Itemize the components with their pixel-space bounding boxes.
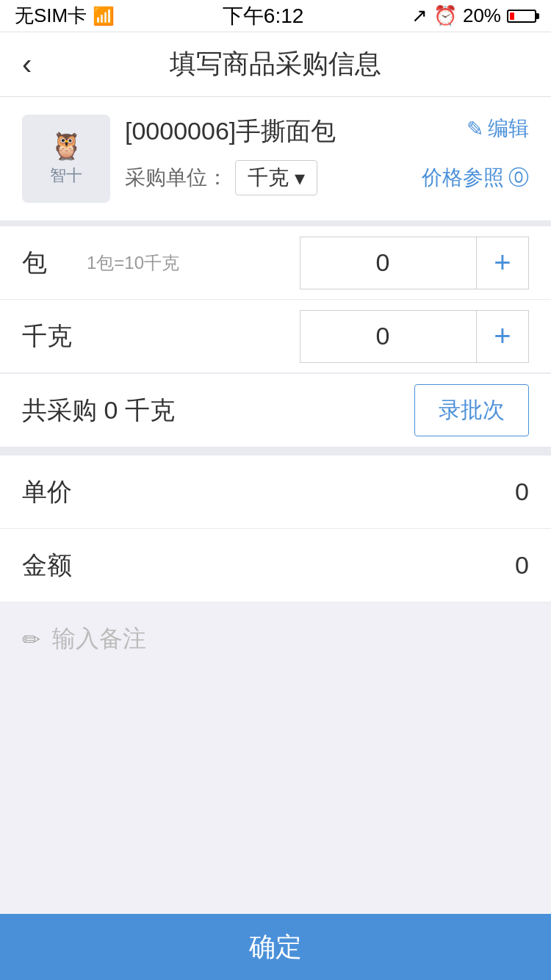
chevron-down-icon: ▾ (295, 166, 305, 190)
product-card: 🦉 智十 [0000006]手撕面包 ✎ 编辑 采购单位： 千克 ▾ 价格参照 (0, 97, 551, 226)
back-button[interactable]: ‹ (22, 48, 32, 81)
unit-value: 千克 (248, 164, 289, 192)
kg-input-group: + (300, 310, 529, 363)
status-right: ↗ ⏰ 20% (411, 4, 536, 27)
package-row: 包 1包=10千克 + (0, 226, 551, 300)
battery-fill (510, 12, 514, 20)
confirm-section: 确定 (0, 914, 551, 980)
product-logo-owl: 🦉 (50, 131, 83, 162)
unit-price-label: 单价 (22, 475, 72, 509)
kg-row: 千克 + (0, 300, 551, 373)
status-bar: 无SIM卡 📶 下午6:12 ↗ ⏰ 20% (0, 0, 551, 32)
product-logo: 🦉 智十 (22, 115, 110, 203)
package-sublabel: 1包=10千克 (87, 251, 179, 275)
location-icon: ↗ (411, 4, 428, 27)
product-unit-row: 采购单位： 千克 ▾ 价格参照 ⓪ (125, 160, 529, 195)
pencil-icon: ✏ (22, 627, 40, 652)
package-input-group: + (300, 237, 529, 289)
package-label: 包 (22, 246, 81, 280)
note-placeholder: 输入备注 (52, 623, 146, 655)
price-ref-label: 价格参照 (422, 164, 504, 192)
package-plus-button[interactable]: + (476, 237, 529, 289)
price-ref-button[interactable]: 价格参照 ⓪ (422, 164, 529, 192)
wifi-icon: 📶 (93, 6, 115, 26)
amount-value: 0 (515, 551, 529, 580)
form-section: 包 1包=10千克 + 千克 + 共采购 0 千克 录批次 (0, 226, 551, 447)
note-section[interactable]: ✏ 输入备注 (0, 602, 551, 676)
edit-label: 编辑 (488, 115, 529, 143)
help-icon: ⓪ (508, 164, 529, 192)
carrier-label: 无SIM卡 (15, 3, 87, 29)
kg-input[interactable] (300, 310, 476, 363)
price-section: 单价 0 金额 0 (0, 455, 551, 602)
product-title: 手撕面包 (236, 117, 336, 145)
product-id: [0000006] (125, 117, 236, 145)
battery-indicator (507, 10, 536, 23)
section-divider (0, 447, 551, 455)
status-left: 无SIM卡 📶 (15, 3, 115, 29)
page-title: 填写商品采购信息 (170, 46, 381, 82)
edit-icon: ✎ (467, 117, 483, 141)
unit-label: 采购单位： (125, 164, 228, 192)
battery-percent: 20% (463, 4, 501, 27)
edit-button[interactable]: ✎ 编辑 (467, 115, 529, 143)
amount-row: 金额 0 (0, 529, 551, 602)
product-info: [0000006]手撕面包 ✎ 编辑 采购单位： 千克 ▾ 价格参照 ⓪ (125, 115, 529, 195)
product-name: [0000006]手撕面包 (125, 115, 336, 148)
package-input[interactable] (300, 237, 476, 289)
product-header: [0000006]手撕面包 ✎ 编辑 (125, 115, 529, 148)
unit-price-row: 单价 0 (0, 455, 551, 529)
kg-plus-button[interactable]: + (476, 310, 529, 363)
unit-price-value: 0 (515, 478, 529, 506)
summary-row: 共采购 0 千克 录批次 (0, 373, 551, 447)
product-logo-text: 智十 (50, 165, 82, 187)
nav-bar: ‹ 填写商品采购信息 (0, 32, 551, 97)
batch-button[interactable]: 录批次 (414, 384, 529, 436)
summary-text: 共采购 0 千克 (22, 394, 175, 428)
confirm-button[interactable]: 确定 (0, 914, 551, 980)
amount-label: 金额 (22, 549, 72, 583)
alarm-icon: ⏰ (433, 4, 457, 27)
status-time: 下午6:12 (223, 2, 304, 30)
kg-label: 千克 (22, 320, 81, 353)
unit-select[interactable]: 千克 ▾ (235, 160, 317, 195)
